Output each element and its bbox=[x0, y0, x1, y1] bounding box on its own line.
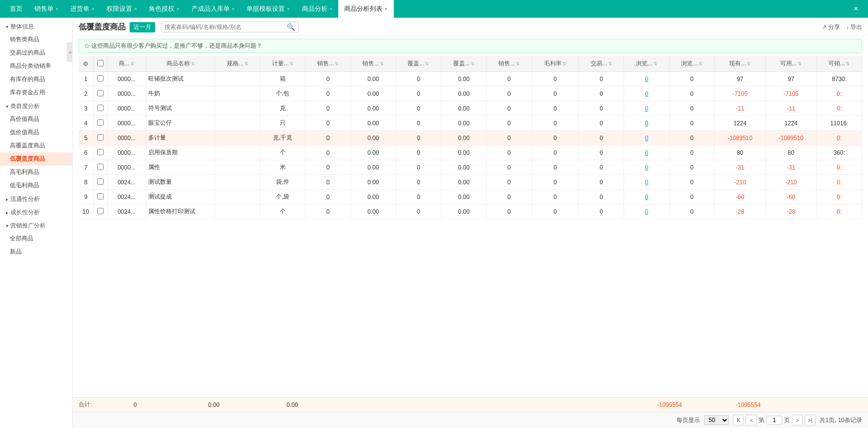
sidebar-section-cluster[interactable]: ▾ 类群度分析 bbox=[0, 99, 72, 113]
col-spec[interactable]: 规格...⇅ bbox=[215, 56, 260, 72]
sidebar-section-liquidity[interactable]: ▸ 流通性分析 bbox=[0, 192, 72, 205]
close-icon[interactable]: × bbox=[176, 6, 179, 12]
sidebar-section-overall[interactable]: ▾ 整体信息 bbox=[0, 20, 72, 33]
row-checkbox[interactable] bbox=[93, 101, 107, 116]
nav-template[interactable]: 单据模板设置 × bbox=[241, 0, 296, 18]
sidebar-item-stock-goods[interactable]: 有库存的商品 bbox=[0, 73, 72, 86]
row-browse1[interactable]: 0 bbox=[624, 86, 669, 101]
sidebar-item-traded-goods[interactable]: 交易过的商品 bbox=[0, 46, 72, 59]
close-icon[interactable]: × bbox=[55, 6, 58, 12]
col-code[interactable]: 商...⇅ bbox=[107, 56, 146, 72]
row-select-checkbox[interactable] bbox=[97, 90, 104, 96]
col-current[interactable]: 现有...⇅ bbox=[714, 56, 765, 72]
next-page-button[interactable]: > bbox=[792, 415, 803, 426]
sidebar-item-low-margin[interactable]: 低毛利商品 bbox=[0, 179, 72, 192]
row-checkbox[interactable] bbox=[93, 175, 107, 190]
sidebar-item-low-coverage[interactable]: 低覆盖度商品 bbox=[0, 152, 72, 166]
col-available[interactable]: 可用...⇅ bbox=[765, 56, 816, 72]
row-select-checkbox[interactable] bbox=[97, 75, 104, 82]
nav-sales[interactable]: 销售单 × bbox=[28, 0, 64, 18]
col-checkbox[interactable] bbox=[93, 56, 107, 72]
nav-analysis-list[interactable]: 商品分析列表 × bbox=[338, 0, 393, 18]
sidebar-item-high-margin[interactable]: 高毛利商品 bbox=[0, 166, 72, 179]
col-sales-amt[interactable]: 销售...⇅ bbox=[351, 56, 396, 72]
sidebar-item-high-coverage[interactable]: 高覆盖度商品 bbox=[0, 139, 72, 152]
last-page-button[interactable]: >| bbox=[805, 415, 815, 426]
window-close-button[interactable]: × bbox=[848, 0, 864, 18]
row-checkbox[interactable] bbox=[93, 160, 107, 175]
row-select-checkbox[interactable] bbox=[97, 149, 104, 155]
page-size-select[interactable]: 20 50 100 bbox=[704, 415, 729, 425]
col-sales3[interactable]: 销售...⇅ bbox=[487, 56, 532, 72]
close-icon[interactable]: × bbox=[91, 6, 94, 12]
nav-role[interactable]: 角色授权 × bbox=[143, 0, 185, 18]
col-name[interactable]: 商品名称⇅ bbox=[146, 56, 215, 72]
nav-home[interactable]: 首页 bbox=[4, 0, 28, 18]
row-select-checkbox[interactable] bbox=[97, 178, 104, 185]
row-browse1[interactable]: 0 bbox=[624, 72, 669, 86]
row-select-checkbox[interactable] bbox=[97, 208, 104, 214]
row-browse1[interactable]: 0 bbox=[624, 116, 669, 131]
col-browse1[interactable]: 浏览...⇅ bbox=[624, 56, 669, 72]
sidebar-item-new-goods[interactable]: 新品 bbox=[0, 245, 72, 258]
sidebar-section-marketing[interactable]: ▾ 营销推广分析 bbox=[0, 219, 72, 232]
row-checkbox[interactable] bbox=[93, 131, 107, 145]
row-available: 97 bbox=[765, 72, 816, 86]
row-browse1[interactable]: 0 bbox=[624, 131, 669, 145]
row-browse1[interactable]: 0 bbox=[624, 175, 669, 190]
row-unit: 只 bbox=[260, 116, 305, 131]
sidebar-item-sales-goods[interactable]: 销售类商品 bbox=[0, 33, 72, 46]
col-cover1[interactable]: 覆盖...⇅ bbox=[396, 56, 441, 72]
col-trade[interactable]: 交易...⇅ bbox=[579, 56, 624, 72]
close-icon[interactable]: × bbox=[287, 6, 290, 12]
nav-permission[interactable]: 权限设置 × bbox=[101, 0, 143, 18]
row-checkbox[interactable] bbox=[93, 190, 107, 204]
sidebar-item-high-value[interactable]: 高价值商品 bbox=[0, 113, 72, 126]
row-select-checkbox[interactable] bbox=[97, 119, 104, 126]
col-cover2[interactable]: 覆盖...⇅ bbox=[441, 56, 487, 72]
row-checkbox[interactable] bbox=[93, 116, 107, 131]
row-select-checkbox[interactable] bbox=[97, 134, 104, 141]
col-sellable[interactable]: 可销...⇅ bbox=[816, 56, 862, 72]
select-all-checkbox[interactable] bbox=[97, 60, 104, 66]
period-button[interactable]: 近一月 bbox=[130, 22, 155, 32]
sidebar-item-low-value[interactable]: 低价值商品 bbox=[0, 126, 72, 139]
export-button[interactable]: ↓ 导出 bbox=[846, 23, 862, 31]
row-checkbox[interactable] bbox=[93, 86, 107, 101]
row-browse1[interactable]: 0 bbox=[624, 145, 669, 160]
sidebar-collapse-button[interactable]: « bbox=[67, 42, 73, 62]
sidebar-item-all-goods[interactable]: 全部商品 bbox=[0, 232, 72, 245]
row-select-checkbox[interactable] bbox=[97, 164, 104, 170]
nav-production[interactable]: 产成品入库单 × bbox=[186, 0, 241, 18]
sidebar-section-growth[interactable]: ▸ 成长性分析 bbox=[0, 205, 72, 219]
close-icon[interactable]: × bbox=[384, 6, 387, 12]
row-browse1[interactable]: 0 bbox=[624, 101, 669, 116]
col-browse2[interactable]: 浏览...⇅ bbox=[669, 56, 714, 72]
close-icon[interactable]: × bbox=[232, 6, 235, 12]
row-select-checkbox[interactable] bbox=[97, 105, 104, 111]
sidebar-item-category-rate[interactable]: 商品分类动销率 bbox=[0, 59, 72, 73]
row-browse1[interactable]: 0 bbox=[624, 204, 669, 219]
table-wrapper[interactable]: ⚙ 商...⇅ 商品名称⇅ 规格...⇅ 计量...⇅ 销售...⇅ 销售...… bbox=[73, 56, 868, 397]
col-gross-rate[interactable]: 毛利率⇅ bbox=[532, 56, 579, 72]
nav-analysis[interactable]: 商品分析 × bbox=[296, 0, 338, 18]
row-browse1[interactable]: 0 bbox=[624, 160, 669, 175]
first-page-button[interactable]: K bbox=[733, 415, 744, 426]
prev-page-button[interactable]: < bbox=[746, 415, 757, 426]
col-sales-qty[interactable]: 销售...⇅ bbox=[305, 56, 351, 72]
col-unit[interactable]: 计量...⇅ bbox=[260, 56, 305, 72]
row-code: 0024... bbox=[107, 190, 146, 204]
col-settings[interactable]: ⚙ bbox=[79, 56, 93, 72]
search-input[interactable] bbox=[164, 24, 287, 30]
row-browse1[interactable]: 0 bbox=[624, 190, 669, 204]
sidebar-item-capital[interactable]: 库存资金占用 bbox=[0, 86, 72, 99]
nav-purchase[interactable]: 进货单 × bbox=[64, 0, 100, 18]
row-checkbox[interactable] bbox=[93, 145, 107, 160]
row-checkbox[interactable] bbox=[93, 72, 107, 86]
row-select-checkbox[interactable] bbox=[97, 193, 104, 200]
page-number-input[interactable] bbox=[766, 416, 782, 425]
close-icon[interactable]: × bbox=[134, 6, 137, 12]
share-button[interactable]: ↗ 分享 bbox=[822, 23, 840, 31]
row-checkbox[interactable] bbox=[93, 204, 107, 219]
close-icon[interactable]: × bbox=[329, 6, 332, 12]
